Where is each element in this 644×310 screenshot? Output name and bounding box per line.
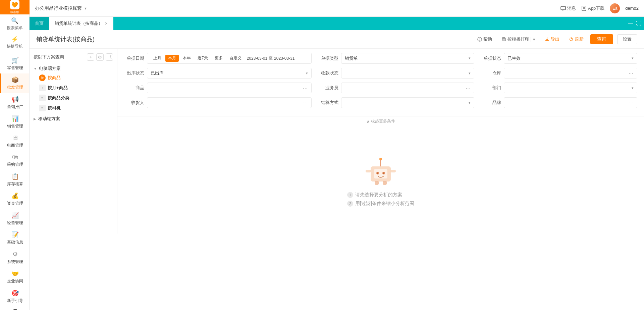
header-dropdown-arrow[interactable]: ▾: [85, 6, 87, 11]
sidebar-item-appstore[interactable]: 📱 应用中心: [0, 306, 29, 310]
sidebar-item-retail[interactable]: 🛒 零售管理: [0, 54, 29, 73]
sidebar-item-guide[interactable]: 🎯 新手引导: [0, 287, 29, 306]
marketing-label: 营销推广: [7, 104, 23, 110]
page-title: 销货单统计表(按商品): [36, 35, 95, 43]
tree-mobile-parent[interactable]: ▶ 移动端方案: [30, 114, 117, 123]
date-last-month[interactable]: 上月: [151, 55, 164, 62]
tab-bar: 首页 销货单统计表（按商品） ✕ — ⛶: [30, 17, 644, 30]
brand-control[interactable]: ···: [504, 97, 637, 108]
sidebar-item-ops[interactable]: 📈 经营管理: [0, 209, 29, 228]
receipt-status-field: 收款状态 ▾: [318, 68, 475, 79]
collapse-bar[interactable]: ∧ 收起更多条件: [117, 116, 644, 126]
guide-icon: 🎯: [11, 290, 19, 297]
date-custom[interactable]: 自定义: [227, 55, 244, 62]
body-layout: 按以下方案查询 ＋ ⚙ 《 ▼ 电脑端方案: [30, 49, 644, 234]
message-btn[interactable]: 消息: [560, 5, 576, 11]
export-icon: [545, 37, 549, 42]
doc-type-label: 单据类型: [318, 55, 338, 61]
print-label: 按模板打印: [507, 36, 529, 42]
top-header: 办公用品行业模拟账套 ▾ 消息 App下载 Ea demo2: [30, 0, 644, 17]
marketing-icon: 📢: [11, 96, 19, 103]
tree-child-by-product[interactable]: 按 按商品: [30, 73, 117, 83]
date-control[interactable]: 上月 本月 本年 近7天 更多 自定义 2023-03-01 至 202: [147, 53, 312, 64]
export-label: 导出: [551, 36, 559, 42]
sidebar-item-wholesale[interactable]: 📦 批发管理: [0, 73, 29, 93]
tab-expand-btn[interactable]: ⛶: [636, 20, 641, 27]
system-label: 系统管理: [7, 259, 23, 265]
user-avatar[interactable]: Ea: [610, 3, 620, 13]
sidebar-item-sales[interactable]: 📊 销售管理: [0, 112, 29, 132]
date-this-month[interactable]: 本月: [165, 55, 179, 62]
finance-label: 资金管理: [7, 201, 23, 206]
doc-status-control[interactable]: 已生效 ▾: [504, 53, 637, 64]
form-row-4: 收货人 ··· 结算方式 ▾: [124, 97, 637, 108]
form-row-1: 单据日期 上月 本月 本年 近7天 更多 自定义 2023-03-01: [124, 53, 637, 64]
product-control[interactable]: ···: [147, 83, 312, 93]
app-logo[interactable]: 🧡 标准版: [0, 0, 30, 14]
collapse-up-icon: ∧: [367, 119, 370, 124]
header-title: 办公用品行业模拟账套: [35, 5, 82, 11]
settings-btn[interactable]: 设置: [617, 34, 637, 44]
print-btn[interactable]: 按模板打印 ▾: [499, 35, 538, 44]
payment-chevron: ▾: [469, 101, 471, 105]
date-more[interactable]: 更多: [212, 55, 225, 62]
recipient-control[interactable]: ···: [147, 97, 312, 108]
date-this-year[interactable]: 本年: [180, 55, 194, 62]
edit-scheme-btn[interactable]: ⚙: [96, 53, 104, 61]
by-cashier-label: 按司机: [48, 105, 61, 111]
out-status-control[interactable]: 已出库 ▾: [147, 68, 312, 79]
sidebar-item-collab[interactable]: 🤝 企业协同: [0, 267, 29, 287]
tab-minimize-btn[interactable]: —: [628, 20, 633, 27]
tree-child-by-cashier[interactable]: ≡ 按司机: [30, 103, 117, 113]
tab-home[interactable]: 首页: [30, 17, 49, 30]
tree-child-by-category[interactable]: ≡ 按商品分类: [30, 93, 117, 103]
date-last-7-days[interactable]: 近7天: [195, 55, 211, 62]
collapse-sidebar-btn[interactable]: 《: [106, 53, 113, 61]
help-btn[interactable]: ? 帮助: [475, 35, 495, 44]
ops-label: 经营管理: [7, 220, 23, 226]
purchase-label: 采购管理: [7, 162, 23, 167]
doc-type-control[interactable]: 销货单 ▾: [341, 53, 475, 64]
payment-control[interactable]: ▾: [341, 97, 475, 108]
tree-desktop-label: 电脑端方案: [39, 65, 61, 71]
doc-status-label: 单据状态: [481, 55, 501, 61]
product-dots: ···: [303, 85, 308, 91]
guide-label: 新手引导: [7, 298, 23, 304]
query-btn[interactable]: 查询: [590, 34, 613, 44]
tree-desktop-parent[interactable]: ▼ 电脑端方案: [30, 64, 117, 73]
sidebar-item-system[interactable]: ⚙ 系统管理: [0, 248, 29, 267]
filter-tree: ▼ 电脑端方案 按 按商品 ↕ 按月+商品 ≡: [30, 63, 117, 124]
tree-arrow-down: ▼: [34, 67, 37, 70]
export-btn[interactable]: 导出: [542, 35, 562, 44]
sidebar-item-ecommerce[interactable]: 🖥 电商管理: [0, 132, 29, 151]
department-control[interactable]: ▾: [504, 83, 637, 93]
receipt-status-control[interactable]: ▾: [341, 68, 475, 79]
add-scheme-btn[interactable]: ＋: [87, 53, 94, 61]
app-download-btn[interactable]: App下载: [581, 5, 604, 11]
svg-rect-19: [383, 181, 387, 185]
print-dropdown-icon[interactable]: ▾: [531, 37, 535, 42]
svg-point-12: [377, 172, 378, 174]
sidebar-item-search[interactable]: 🔍 搜索菜单: [0, 14, 29, 34]
product-field: 商品 ···: [124, 83, 312, 93]
tree-child-by-month-product[interactable]: ↕ 按月+商品: [30, 83, 117, 93]
salesperson-control[interactable]: ···: [341, 83, 475, 93]
doc-type-chevron: ▾: [469, 56, 471, 60]
sidebar-item-finance[interactable]: 💰 资金管理: [0, 190, 29, 209]
warehouse-control[interactable]: ···: [504, 68, 637, 79]
ops-icon: 📈: [11, 212, 19, 219]
doc-status-chevron: ▾: [632, 56, 634, 60]
sidebar-item-marketing[interactable]: 📢 营销推广: [0, 93, 29, 112]
tab-sales-stat[interactable]: 销货单统计表（按商品） ✕: [49, 17, 113, 30]
svg-point-13: [383, 172, 384, 174]
inventory-icon: 📋: [11, 173, 19, 180]
filter-sidebar-tools: ＋ ⚙ 《: [87, 53, 113, 61]
sidebar-item-quick-nav[interactable]: ⚡ 快捷导航: [0, 34, 29, 51]
department-label: 部门: [481, 85, 501, 91]
svg-rect-18: [375, 181, 379, 185]
refresh-btn[interactable]: 刷新: [566, 35, 586, 44]
sidebar-item-inventory[interactable]: 📋 库存核算: [0, 170, 29, 190]
sidebar-item-basic[interactable]: 📝 基础信息: [0, 228, 29, 248]
sidebar-item-purchase[interactable]: 🛍 采购管理: [0, 151, 29, 170]
tab-close-btn[interactable]: ✕: [105, 21, 108, 26]
